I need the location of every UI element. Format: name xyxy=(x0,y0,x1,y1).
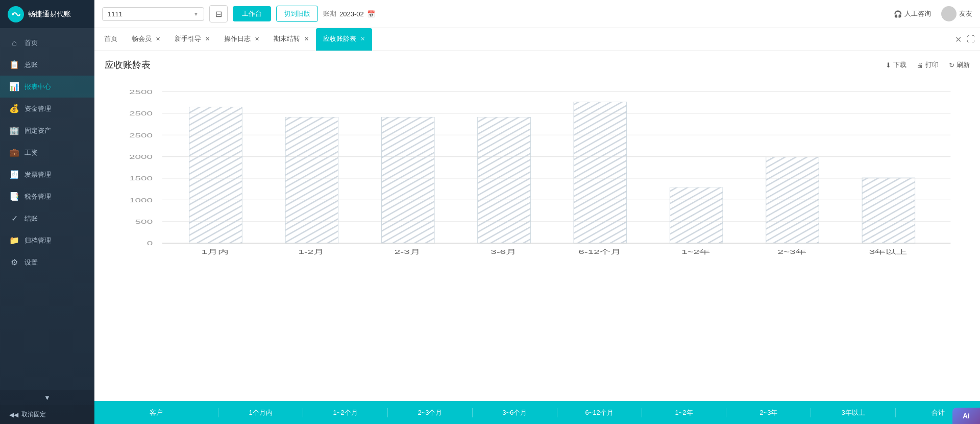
chart-container: 2500 2500 2500 2000 1500 1000 500 0 xyxy=(94,76,980,401)
tab-member[interactable]: 畅会员✕ xyxy=(125,28,167,51)
home-icon: ⌂ xyxy=(9,38,19,48)
tab-label-member: 畅会员 xyxy=(132,34,152,43)
human-consult-btn[interactable]: 🎧 人工咨询 xyxy=(894,9,931,18)
funds-icon: 💰 xyxy=(9,104,19,113)
avatar xyxy=(941,6,957,21)
archive-icon: 📁 xyxy=(9,235,19,245)
svg-rect-19 xyxy=(285,117,338,243)
sidebar-item-ledger[interactable]: 📋总账 xyxy=(0,54,94,76)
page-title: 应收账龄表 xyxy=(105,59,151,71)
print-icon: 🖨 xyxy=(917,61,923,69)
page-actions: ⬇ 下载 🖨 打印 ↻ 刷新 xyxy=(886,60,970,69)
tab-label-guide: 新手引导 xyxy=(175,34,201,43)
tab-aging[interactable]: 应收账龄表✕ xyxy=(316,28,372,51)
workspace-button[interactable]: 工作台 xyxy=(233,6,271,21)
svg-text:500: 500 xyxy=(135,219,153,225)
tab-label-aging: 应收账龄表 xyxy=(323,34,356,43)
settle-icon: ✓ xyxy=(9,214,19,223)
svg-text:2500: 2500 xyxy=(129,88,153,95)
sidebar-item-assets[interactable]: 🏢固定资产 xyxy=(0,120,94,142)
tab-yearend[interactable]: 期末结转✕ xyxy=(266,28,316,51)
svg-text:1000: 1000 xyxy=(129,197,153,203)
sidebar-item-reports[interactable]: 📊报表中心 xyxy=(0,76,94,98)
sidebar-item-settle[interactable]: ✓结账 xyxy=(0,207,94,229)
sidebar-item-settings[interactable]: ⚙设置 xyxy=(0,251,94,273)
svg-rect-24 xyxy=(766,157,819,243)
period-label: 账期 xyxy=(323,9,336,18)
svg-rect-25 xyxy=(862,178,915,243)
refresh-btn[interactable]: ↻ 刷新 xyxy=(949,60,970,69)
tab-close-oplog[interactable]: ✕ xyxy=(255,36,259,42)
svg-text:6-12个月: 6-12个月 xyxy=(578,249,621,255)
sidebar-item-home[interactable]: ⌂首页 xyxy=(0,32,94,54)
main-area: 1111 ▼ ⊟ 工作台 切到旧版 账期 2023-02 📅 🎧 人工咨询 友友… xyxy=(94,0,980,424)
tab-label-oplog: 操作日志 xyxy=(224,34,251,43)
company-selector[interactable]: 1111 ▼ xyxy=(102,7,204,21)
table-header-8: 3年以上 xyxy=(811,408,896,417)
switch-version-button[interactable]: 切到旧版 xyxy=(276,6,318,22)
tab-close-yearend[interactable]: ✕ xyxy=(304,36,309,42)
tab-oplog[interactable]: 操作日志✕ xyxy=(217,28,266,51)
period-value: 2023-02 xyxy=(339,10,364,18)
copy-button[interactable]: ⊟ xyxy=(209,5,228,22)
cancel-pin-btn[interactable]: ◀◀ 取消固定 xyxy=(0,405,94,424)
tab-guide[interactable]: 新手引导✕ xyxy=(167,28,217,51)
user-menu[interactable]: 友友 xyxy=(941,6,972,21)
refresh-icon: ↻ xyxy=(949,61,954,69)
svg-text:2500: 2500 xyxy=(129,132,153,138)
tab-home[interactable]: 首页 xyxy=(97,28,125,51)
svg-text:2-3月: 2-3月 xyxy=(395,249,421,255)
sidebar-item-invoice[interactable]: 🧾发票管理 xyxy=(0,163,94,185)
assets-icon: 🏢 xyxy=(9,126,19,135)
table-header-5: 6~12个月 xyxy=(557,408,642,417)
tab-close-guide[interactable]: ✕ xyxy=(205,36,210,42)
app-name: 畅捷通易代账 xyxy=(28,10,71,19)
tax-icon: 📑 xyxy=(9,192,19,201)
company-dropdown-icon: ▼ xyxy=(193,11,199,17)
top-header: 1111 ▼ ⊟ 工作台 切到旧版 账期 2023-02 📅 🎧 人工咨询 友友 xyxy=(94,0,980,28)
svg-rect-20 xyxy=(381,117,434,243)
ai-badge[interactable]: Ai xyxy=(952,408,980,424)
table-header-0: 客户 xyxy=(94,408,218,417)
page-header: 应收账龄表 ⬇ 下载 🖨 打印 ↻ 刷新 xyxy=(94,51,980,76)
svg-rect-23 xyxy=(670,187,723,243)
svg-text:2~3年: 2~3年 xyxy=(778,249,806,255)
sidebar-scroll-down[interactable]: ▼ xyxy=(0,390,94,405)
close-tab-btn[interactable]: ✕ xyxy=(955,35,962,44)
print-btn[interactable]: 🖨 打印 xyxy=(917,60,939,69)
invoice-icon: 🧾 xyxy=(9,170,19,179)
period-info: 账期 2023-02 📅 xyxy=(323,9,375,18)
table-header: 客户1个月内1~2个月2~3个月3~6个月6~12个月1~2年2~3年3年以上合… xyxy=(94,401,980,424)
header-right: 🎧 人工咨询 友友 xyxy=(894,6,972,21)
tab-label-home: 首页 xyxy=(104,34,117,43)
sidebar-item-funds[interactable]: 💰资金管理 xyxy=(0,98,94,120)
sidebar-item-salary[interactable]: 💼工资 xyxy=(0,142,94,163)
sidebar-logo: 畅捷通易代账 xyxy=(0,0,94,28)
content-area: 应收账龄表 ⬇ 下载 🖨 打印 ↻ 刷新 xyxy=(94,51,980,424)
company-name: 1111 xyxy=(108,10,193,18)
sidebar-item-archive[interactable]: 📁归档管理 xyxy=(0,229,94,251)
sidebar: 畅捷通易代账 ⌂首页📋总账📊报表中心💰资金管理🏢固定资产💼工资🧾发票管理📑税务管… xyxy=(0,0,94,424)
table-header-6: 1~2年 xyxy=(642,408,727,417)
svg-rect-22 xyxy=(574,102,627,243)
svg-text:1~2年: 1~2年 xyxy=(681,249,710,255)
sidebar-item-tax[interactable]: 📑税务管理 xyxy=(0,185,94,207)
headset-icon: 🎧 xyxy=(894,10,902,18)
download-btn[interactable]: ⬇ 下载 xyxy=(886,60,906,69)
table-header-2: 1~2个月 xyxy=(303,408,388,417)
svg-text:1-2月: 1-2月 xyxy=(298,249,324,255)
tabs-bar: 首页畅会员✕新手引导✕操作日志✕期末结转✕应收账龄表✕ ✕ ⛶ xyxy=(94,28,980,51)
svg-rect-18 xyxy=(189,107,242,243)
reports-icon: 📊 xyxy=(9,82,19,91)
calendar-icon[interactable]: 📅 xyxy=(367,10,375,18)
tab-label-yearend: 期末结转 xyxy=(274,34,300,43)
tab-close-member[interactable]: ✕ xyxy=(156,36,160,42)
sidebar-nav: ⌂首页📋总账📊报表中心💰资金管理🏢固定资产💼工资🧾发票管理📑税务管理✓结账📁归档… xyxy=(0,28,94,390)
svg-text:2000: 2000 xyxy=(129,153,153,160)
logo-icon xyxy=(8,6,24,22)
expand-tab-btn[interactable]: ⛶ xyxy=(967,35,975,44)
download-icon: ⬇ xyxy=(886,61,891,69)
tab-close-aging[interactable]: ✕ xyxy=(360,36,365,42)
settings-icon: ⚙ xyxy=(9,257,19,267)
table-header-1: 1个月内 xyxy=(218,408,303,417)
